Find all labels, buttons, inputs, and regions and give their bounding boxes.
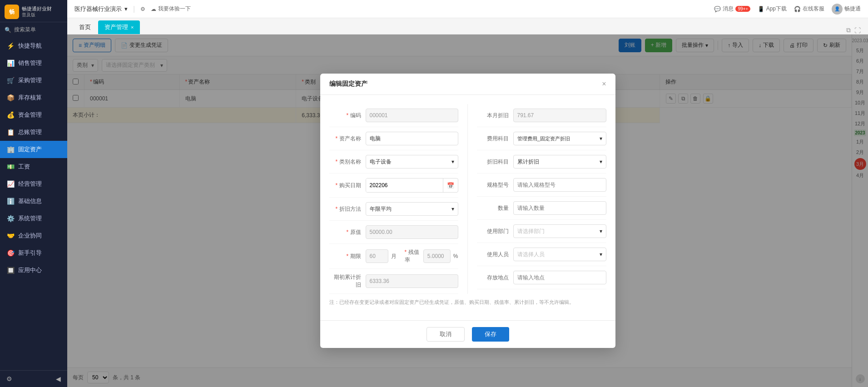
expense-subject-value: 管理费用_固定资产折旧 — [517, 135, 570, 142]
experience-btn[interactable]: ☁ 我要体验一下 — [151, 5, 191, 13]
sidebar-item-inventory[interactable]: 📦 库存核算 — [0, 89, 67, 106]
sidebar-item-sysadmin[interactable]: ⚙️ 系统管理 — [0, 210, 67, 227]
dep-subject-select[interactable]: 累计折旧 ▾ — [513, 155, 606, 169]
dialog-title: 编辑固定资产 — [329, 80, 367, 88]
form-row-purchase-date: * 购买日期 📅 — [329, 174, 458, 198]
person-select[interactable]: 请选择人员 ▾ — [513, 248, 606, 261]
sidebar-item-operations[interactable]: 📈 经营管理 — [0, 175, 67, 193]
app-logo: 畅 畅捷通好业财 普及版 — [0, 0, 67, 22]
dep-subject-label: 折旧科目 — [477, 158, 513, 166]
residual-rate-unit: % — [453, 253, 458, 259]
dep-method-value: 年限平均 — [370, 205, 392, 213]
sidebar-search[interactable]: 🔍 搜索菜单 — [0, 22, 67, 37]
monthly-dep-input — [513, 109, 606, 122]
period-input — [366, 249, 388, 263]
company-dropdown-icon: ▾ — [124, 5, 128, 12]
user-name: 畅捷通 — [844, 5, 861, 13]
form-row-dep-subject: 折旧科目 累计折旧 ▾ — [477, 150, 606, 174]
collapse-icon[interactable]: ◀ — [56, 375, 61, 382]
purchase-icon: 🛒 — [6, 77, 15, 84]
message-badge: 99++ — [735, 6, 750, 12]
company-selector[interactable]: 医疗器械行业演示 ▾ — [74, 5, 128, 13]
form-row-location: 存放地点 — [477, 266, 606, 289]
save-button[interactable]: 保存 — [472, 327, 509, 342]
guide-icon: 🎯 — [6, 249, 15, 257]
search-icon: 🔍 — [5, 27, 11, 33]
sidebar-item-salary[interactable]: 💵 工资 — [0, 158, 67, 175]
dept-select[interactable]: 请选择部门 ▾ — [513, 224, 606, 238]
dialog-note: 注：已经存在变更记录或者对应固定资产已经生成凭证，原值、购买日期、残值率、累计折… — [329, 294, 606, 311]
app-download-btn[interactable]: 📱 App下载 — [758, 5, 787, 13]
dep-method-icon: ▾ — [451, 206, 454, 212]
window-expand-icon[interactable]: ⛶ — [854, 27, 861, 34]
dep-method-select[interactable]: 年限平均 ▾ — [366, 202, 458, 216]
sidebar-item-guide[interactable]: 🎯 新手引导 — [0, 244, 67, 262]
user-menu[interactable]: 👤 畅捷通 — [832, 4, 861, 15]
sidebar-item-collab[interactable]: 🤝 企业协同 — [0, 227, 67, 244]
appcenter-icon: 🔲 — [6, 267, 15, 274]
app-icon: 📱 — [758, 6, 764, 12]
spec-input[interactable] — [513, 178, 606, 192]
expense-subject-select[interactable]: 管理费用_固定资产折旧 ▾ — [513, 132, 606, 145]
sidebar-search-label: 搜索菜单 — [14, 26, 36, 34]
company-name: 医疗器械行业演示 — [74, 5, 122, 13]
sidebar-item-basicinfo[interactable]: ℹ️ 基础信息 — [0, 193, 67, 210]
period-unit: 月 — [391, 253, 397, 260]
period-inline: 月 * 残值率 % — [366, 248, 458, 264]
form-row-orig-value: * 原值 — [329, 221, 458, 244]
basicinfo-icon: ℹ️ — [6, 198, 15, 205]
form-row-monthly-dep: 本月折旧 — [477, 104, 606, 127]
category-select[interactable]: 电子设备 ▾ — [366, 155, 458, 169]
form-row-quantity: 数量 — [477, 197, 606, 220]
sidebar-item-sales[interactable]: 📊 销售管理 — [0, 55, 67, 72]
category-select-icon: ▾ — [451, 159, 454, 165]
dialog-body: * 编码 * 资产名称 — [320, 95, 615, 320]
form-row-code: * 编码 — [329, 104, 458, 127]
name-label: * 资产名称 — [329, 135, 366, 143]
sales-icon: 📊 — [6, 60, 15, 67]
tab-asset-mgmt[interactable]: 资产管理 × — [98, 20, 140, 34]
person-label: 使用人员 — [477, 251, 513, 258]
tab-close-icon[interactable]: × — [131, 25, 134, 30]
sidebar: 畅 畅捷通好业财 普及版 🔍 搜索菜单 ⚡ 快捷导航 📊 销售管理 🛒 采购管理… — [0, 0, 67, 387]
sidebar-item-quicknav[interactable]: ⚡ 快捷导航 — [0, 37, 67, 55]
sidebar-item-appcenter[interactable]: 🔲 应用中心 — [0, 262, 67, 279]
cancel-button[interactable]: 取消 — [427, 327, 465, 342]
logo-icon: 畅 — [5, 5, 19, 19]
message-btn[interactable]: 💬 消息 99++ — [714, 5, 750, 13]
expense-subject-label: 费用科目 — [477, 135, 513, 143]
settings-btn[interactable]: ⚙ — [140, 6, 145, 12]
sidebar-item-finance[interactable]: 💰 资金管理 — [0, 106, 67, 124]
sidebar-item-purchase[interactable]: 🛒 采购管理 — [0, 72, 67, 89]
form-row-category: * 类别名称 电子设备 ▾ — [329, 150, 458, 174]
dep-method-label: * 折旧方法 — [329, 205, 366, 213]
sidebar-item-label: 库存核算 — [18, 94, 42, 102]
logo-text: 畅捷通好业财 — [22, 5, 52, 12]
tab-home[interactable]: 首页 — [73, 20, 97, 34]
quantity-input[interactable] — [513, 201, 606, 215]
calendar-icon[interactable]: 📅 — [443, 179, 458, 192]
form-right-col: 本月折旧 费用科目 管理费用_固定资产折旧 ▾ — [468, 104, 606, 294]
dep-subject-value: 累计折旧 — [517, 158, 539, 166]
dept-placeholder: 请选择部门 — [517, 228, 545, 235]
location-input[interactable] — [513, 271, 606, 284]
window-restore-icon[interactable]: ⧉ — [846, 26, 851, 34]
sidebar-item-label: 系统管理 — [18, 214, 42, 223]
name-input[interactable] — [366, 132, 458, 145]
settings-icon[interactable]: ⚙ — [6, 375, 12, 382]
form-row-dept: 使用部门 请选择部门 ▾ — [477, 220, 606, 243]
person-placeholder: 请选择人员 — [517, 251, 545, 258]
orig-value-input — [366, 225, 458, 239]
date-input[interactable] — [366, 179, 443, 192]
content-area: ≡ 资产明细 📄 变更生成凭证 刘账 + 新增 批量操作 ▾ — [67, 35, 868, 387]
message-icon: 💬 — [714, 6, 721, 12]
sidebar-item-fixedasset[interactable]: 🏢 固定资产 — [0, 141, 67, 158]
online-service-btn[interactable]: 🎧 在线客服 — [794, 5, 824, 13]
form-row-person: 使用人员 请选择人员 ▾ — [477, 243, 606, 266]
cat-label: * 类别名称 — [329, 158, 366, 166]
operations-icon: 📈 — [6, 180, 15, 188]
sidebar-item-ledger[interactable]: 📋 总账管理 — [0, 124, 67, 141]
sidebar-item-label: 工资 — [18, 163, 30, 171]
finance-icon: 💰 — [6, 111, 15, 119]
dialog-close-btn[interactable]: × — [602, 80, 606, 88]
